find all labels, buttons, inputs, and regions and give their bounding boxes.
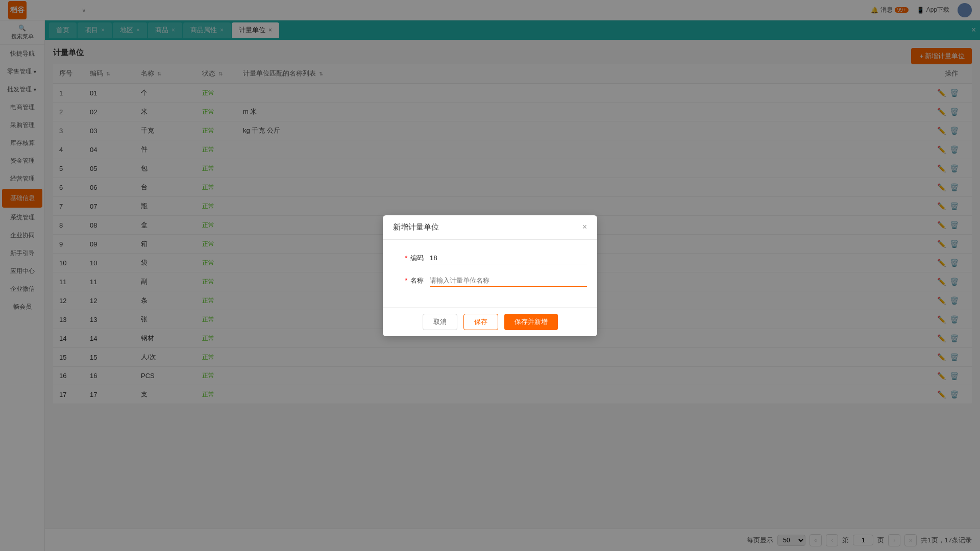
modal-title: 新增计量单位 xyxy=(393,222,439,232)
modal-overlay[interactable]: 新增计量单位 × * 编码 * 名称 取消 保存 保存并新增 xyxy=(0,0,980,551)
modal-code-input[interactable] xyxy=(430,252,587,264)
required-star-name: * xyxy=(405,277,407,284)
modal-cancel-btn[interactable]: 取消 xyxy=(423,314,457,330)
form-row-name: * 名称 xyxy=(393,274,587,287)
form-name-label: * 名称 xyxy=(393,276,424,285)
modal-save-btn[interactable]: 保存 xyxy=(463,314,498,330)
modal-name-input[interactable] xyxy=(430,274,587,287)
add-unit-modal: 新增计量单位 × * 编码 * 名称 取消 保存 保存并新增 xyxy=(383,215,597,336)
modal-header: 新增计量单位 × xyxy=(383,215,597,240)
modal-footer: 取消 保存 保存并新增 xyxy=(383,307,597,336)
form-code-label: * 编码 xyxy=(393,254,424,263)
required-star-code: * xyxy=(405,254,407,262)
modal-save-new-btn[interactable]: 保存并新增 xyxy=(504,314,558,330)
modal-body: * 编码 * 名称 xyxy=(383,240,597,307)
modal-close-btn[interactable]: × xyxy=(582,222,587,232)
form-row-code: * 编码 xyxy=(393,252,587,264)
